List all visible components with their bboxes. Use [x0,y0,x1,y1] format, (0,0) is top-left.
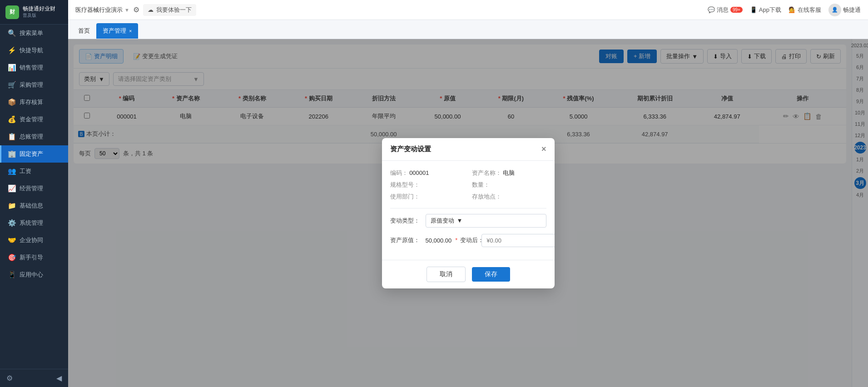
sidebar-item-search[interactable]: 🔍 搜索菜单 [0,25,68,42]
company-chevron-icon: ▼ [124,7,129,13]
modal-title: 资产变动设置 [390,145,431,154]
sidebar-item-ledger[interactable]: 📋 总账管理 [0,128,68,145]
modal-footer: 取消 保存 [382,260,555,288]
logo-icon: 财 [5,5,19,19]
sidebar-item-quick-nav[interactable]: ⚡ 快捷导航 [0,42,68,59]
modal-info-name: 资产名称： 电脑 [472,169,546,177]
quick-nav-icon: ⚡ [8,46,16,55]
app-center-icon: 📱 [8,271,16,279]
operations-icon: 📈 [8,184,16,193]
change-type-row: 变动类型： 原值变动 ▼ [390,214,546,228]
sidebar-item-system[interactable]: ⚙️ 系统管理 [0,214,68,232]
sidebar-logo: 财 畅捷通好业财 普及版 [0,0,68,25]
tab-close-icon[interactable]: × [129,28,132,34]
app-download-icon: 📱 [750,6,757,13]
modal-info-code: 编码： 000001 [390,169,465,177]
sidebar-bottom: ⚙ ◀ [0,369,68,387]
topbar-right: 💬 消息 99+ 📱 App下载 💁 在线客服 👤 畅捷通 [708,4,861,16]
modal-close-button[interactable]: × [541,144,546,154]
sales-icon: 📊 [8,64,16,72]
modal-info-location: 存放地点： [472,193,546,201]
main-content: 医疗器械行业演示 ▼ ⚙ ☁ 我要体验一下 💬 消息 99+ 📱 App下载 💁… [68,0,868,387]
sidebar-item-operations[interactable]: 📈 经营管理 [0,180,68,197]
panel-body: 📄 资产明细 📝 变更生成凭证 对账 + 新增 批量操作 ▼ [68,39,868,387]
sidebar-item-inventory[interactable]: 📦 库存核算 [0,94,68,111]
after-value-input[interactable] [481,234,554,247]
search-icon: 🔍 [8,29,16,37]
sidebar-nav: 🔍 搜索菜单 ⚡ 快捷导航 📊 销售管理 🛒 采购管理 📦 库存核算 💰 资金管… [0,25,68,369]
topbar-left: 医疗器械行业演示 ▼ ⚙ ☁ 我要体验一下 [75,4,196,16]
change-type-select[interactable]: 原值变动 ▼ [426,214,546,228]
modal-info-dept: 使用部门： [390,193,465,201]
modal-divider [390,208,546,208]
tabbar: 首页 资产管理 × [68,20,868,39]
user-profile[interactable]: 👤 畅捷通 [828,4,861,16]
ledger-icon: 📋 [8,133,16,141]
asset-change-modal: 资产变动设置 × 编码： 000001 资产名称： 电脑 [382,138,555,288]
online-service-button[interactable]: 💁 在线客服 [789,6,821,14]
modal-info-spec: 规格型号： [390,181,465,189]
system-icon: ⚙️ [8,219,16,227]
sidebar-item-fixed-assets[interactable]: 🏢 固定资产 [0,145,68,163]
sidebar-item-purchase[interactable]: 🛒 采购管理 [0,76,68,94]
experience-button[interactable]: ☁ 我要体验一下 [143,4,196,16]
sidebar-item-app-center[interactable]: 📱 应用中心 [0,266,68,283]
logo-text: 畅捷通好业财 普及版 [23,5,55,19]
modal-body: 编码： 000001 资产名称： 电脑 规格型号： 数量： [382,161,555,260]
modal-header: 资产变动设置 × [382,138,555,161]
modal-info-quantity: 数量： [472,181,546,189]
sidebar-item-guide[interactable]: 🎯 新手引导 [0,249,68,266]
basic-info-icon: 📁 [8,202,16,210]
change-type-chevron-icon: ▼ [457,217,463,224]
sidebar-item-payroll[interactable]: 👥 工资 [0,163,68,180]
topbar: 医疗器械行业演示 ▼ ⚙ ☁ 我要体验一下 💬 消息 99+ 📱 App下载 💁… [68,0,868,20]
fixed-assets-icon: 🏢 [8,150,16,158]
cancel-button[interactable]: 取消 [427,267,466,282]
topbar-settings-icon[interactable]: ⚙ [133,5,139,14]
save-button[interactable]: 保存 [472,267,510,282]
cooperation-icon: 🤝 [8,236,16,244]
service-icon: 💁 [789,6,796,13]
company-selector[interactable]: 医疗器械行业演示 ▼ [75,6,129,14]
sidebar: 财 畅捷通好业财 普及版 🔍 搜索菜单 ⚡ 快捷导航 📊 销售管理 🛒 采购管理… [0,0,68,387]
message-button[interactable]: 💬 消息 99+ [708,6,743,14]
purchase-icon: 🛒 [8,81,16,89]
sidebar-item-basic-info[interactable]: 📁 基础信息 [0,197,68,214]
sidebar-item-sales[interactable]: 📊 销售管理 [0,59,68,76]
guide-icon: 🎯 [8,253,16,262]
tab-assets[interactable]: 资产管理 × [96,23,138,39]
value-fields-row: 资产原值： 50,000.00 * 变动后： [390,234,546,247]
collapse-icon[interactable]: ◀ [56,374,62,382]
settings-bottom-icon[interactable]: ⚙ [6,374,13,382]
inventory-icon: 📦 [8,98,16,106]
sidebar-item-capital[interactable]: 💰 资金管理 [0,111,68,128]
capital-icon: 💰 [8,115,16,124]
avatar: 👤 [828,4,841,16]
sidebar-item-cooperation[interactable]: 🤝 企业协同 [0,232,68,249]
message-icon: 💬 [708,6,715,13]
cloud-icon: ☁ [148,6,154,13]
payroll-icon: 👥 [8,167,16,175]
modal-info-grid: 编码： 000001 资产名称： 电脑 规格型号： 数量： [390,169,546,201]
modal-overlay: 资产变动设置 × 编码： 000001 资产名称： 电脑 [68,39,868,387]
tab-home[interactable]: 首页 [72,23,96,39]
app-download-button[interactable]: 📱 App下载 [750,6,781,14]
